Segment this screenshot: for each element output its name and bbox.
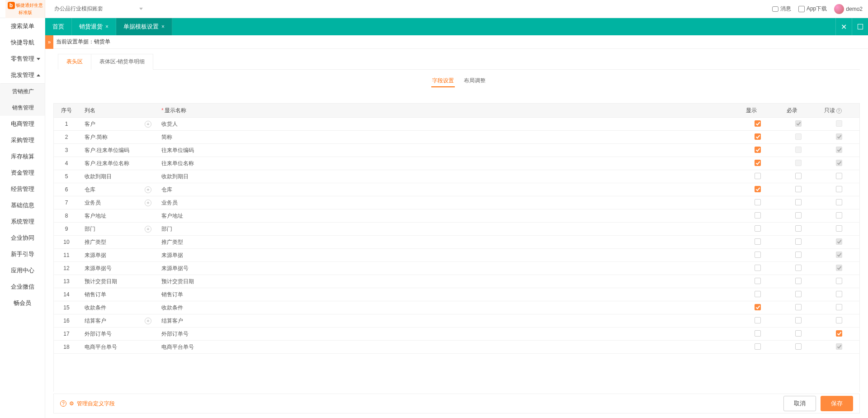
message-button[interactable]: 消息	[772, 5, 791, 13]
app-download-button[interactable]: App下载	[798, 5, 827, 13]
top-header: b畅捷通好生意 标准版 办公品行业模拟账套 消息 App下载 demo2	[0, 0, 868, 18]
user-name: demo2	[846, 6, 863, 12]
avatar	[834, 4, 844, 14]
header-right: 消息 App下载 demo2	[772, 4, 863, 14]
chevron-down-icon	[139, 8, 143, 10]
user-menu[interactable]: demo2	[834, 4, 863, 14]
download-icon	[798, 6, 805, 12]
account-name: 办公品行业模拟账套	[54, 5, 103, 13]
brand-name: 畅捷通好生意	[16, 2, 43, 9]
message-icon	[772, 6, 778, 12]
brand-edition: 标准版	[19, 10, 32, 16]
logo-icon: b	[8, 2, 15, 9]
account-selector[interactable]: 办公品行业模拟账套	[54, 5, 143, 13]
logo: b畅捷通好生意 标准版	[5, 0, 45, 18]
